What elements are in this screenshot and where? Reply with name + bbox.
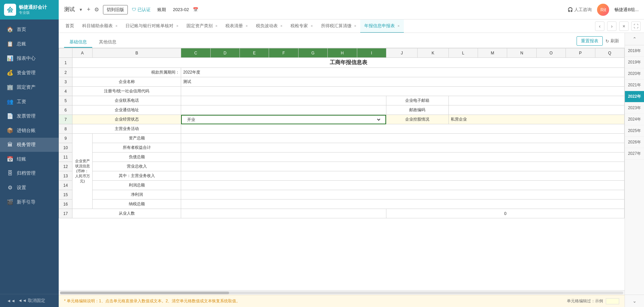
year-2022[interactable]: 2022年 [625, 91, 644, 102]
tab-close-all-button[interactable]: × [619, 21, 629, 31]
tab-prev-button[interactable]: ‹ [595, 21, 604, 31]
hscroll-track[interactable] [60, 292, 623, 294]
col-a: A [72, 48, 93, 58]
sidebar-item-close[interactable]: 📅 结账 [0, 152, 59, 166]
tab-tax-expert-close[interactable]: × [311, 24, 313, 28]
sidebar-item-sales[interactable]: 📦 进销台账 [0, 123, 59, 138]
spreadsheet-wrapper[interactable]: A B C D E F G H I J K L M [59, 48, 625, 290]
year-nav-up-button[interactable]: ⌃ [625, 34, 644, 44]
sidebar-item-label: 发票管理 [17, 113, 36, 119]
home-icon: 🏠 [7, 26, 13, 33]
sidebar-item-tax[interactable]: 🏛 税务管理 [0, 138, 59, 152]
col-o: O [536, 48, 566, 58]
sidebar-item-home[interactable]: 🏠 首页 [0, 22, 59, 37]
cell-7-l[interactable]: 私营企业 [448, 115, 624, 124]
tab-bar: 首页 科目辅助余额表 × 日记账与银行对账单核对 × 固定资产类别 × 税表清册… [59, 19, 644, 33]
cell-2-c[interactable]: 2022年度 [181, 68, 625, 77]
row-num-2: 2 [59, 68, 72, 77]
sidebar-item-guide[interactable]: 🎬 新手引导 [0, 195, 59, 209]
invoice-icon: 📄 [7, 113, 13, 119]
cell-5-l[interactable] [448, 96, 624, 105]
switch-version-button[interactable]: 切到旧版 [103, 5, 128, 14]
cell-17-j[interactable]: 0 [386, 209, 624, 218]
workspace-dropdown-icon[interactable]: ▼ [79, 7, 83, 12]
sidebar-item-label: 设置 [17, 185, 26, 191]
year-2019[interactable]: 2019年 [625, 57, 644, 68]
sidebar-unpin-button[interactable]: ◄◄ ◄◄ 取消固定 [0, 294, 59, 307]
cell-16-c[interactable] [181, 200, 625, 209]
settings-icon: ⚙ [7, 184, 13, 191]
tab-annual-report[interactable]: 年报信息申报表 × [360, 19, 404, 33]
tab-tax-form[interactable]: 税表清册 × [221, 19, 252, 33]
cell-14-c[interactable] [181, 181, 625, 190]
cell-8-c[interactable] [181, 124, 625, 134]
tab-aux-close[interactable]: × [115, 24, 117, 28]
cell-10-c[interactable] [181, 143, 625, 152]
tab-aux[interactable]: 科目辅助余额表 × [78, 19, 121, 33]
year-2018[interactable]: 2018年 [625, 45, 644, 57]
tab-bank[interactable]: 日记账与银行对账单核对 × [121, 19, 182, 33]
sidebar-item-reports[interactable]: 📊 报表中心 [0, 51, 59, 65]
user-avatar[interactable]: Rit [597, 4, 609, 16]
cell-6-c[interactable] [181, 105, 386, 115]
cell-13-c[interactable] [181, 171, 625, 181]
year-nav-down-button[interactable]: ⌄ [625, 296, 644, 306]
cell-17-ab: 从业人数 [72, 209, 181, 218]
year-2020[interactable]: 2020年 [625, 68, 644, 80]
sidebar-item-label: 总账 [17, 41, 26, 47]
year-2027[interactable]: 2027年 [625, 148, 644, 160]
settings-button[interactable]: ⚙ [94, 6, 99, 13]
year-2025[interactable]: 2025年 [625, 125, 644, 137]
cell-9-c[interactable] [181, 134, 625, 143]
col-c: C [181, 48, 210, 58]
tab-income-tax[interactable]: 所得税汇算清缴 × [317, 19, 360, 33]
subtab-other[interactable]: 其他信息 [94, 37, 122, 48]
business-status-select[interactable]: 开业 注销 吊销 迁出 [186, 117, 381, 122]
calendar-icon[interactable]: 📅 [193, 7, 198, 12]
cell-5-c[interactable] [181, 96, 386, 105]
cell-11-c[interactable] [181, 152, 625, 162]
sidebar-item-settings[interactable]: ⚙ 设置 [0, 180, 59, 195]
cell-12-c[interactable] [181, 162, 625, 171]
year-panel: ⌃ 2018年 2019年 2020年 2021年 2022年 2023年 20… [625, 33, 644, 307]
tab-fixed-cat-close[interactable]: × [215, 24, 217, 28]
sidebar-item-ledger[interactable]: 📋 总账 [0, 37, 59, 51]
tab-tax-expert[interactable]: 税检专家 × [286, 19, 317, 33]
sheet-title-cell[interactable]: 工商年报信息表 [72, 58, 625, 68]
year-2023[interactable]: 2023年 [625, 102, 644, 114]
tab-home[interactable]: 首页 [61, 19, 78, 33]
tab-bank-label: 日记账与银行对账单核对 [125, 23, 173, 29]
subtab-basic[interactable]: 基础信息 [64, 37, 92, 48]
year-2026[interactable]: 2026年 [625, 137, 644, 148]
add-workspace-button[interactable]: + [87, 6, 91, 13]
tab-income-tax-close[interactable]: × [354, 24, 356, 28]
cell-6-l[interactable] [448, 105, 624, 115]
tab-tax-wave-close[interactable]: × [280, 24, 282, 28]
hscroll-thumb[interactable] [60, 292, 229, 294]
cell-5-ab: 企业联系电话 [72, 96, 181, 105]
tab-expand-button[interactable]: ⛶ [631, 21, 641, 31]
guide-icon: 🎬 [7, 199, 13, 205]
cell-4-c[interactable] [181, 87, 625, 96]
sidebar-item-invoice[interactable]: 📄 发票管理 [0, 109, 59, 123]
service-button[interactable]: 🎧 人工咨询 [568, 7, 592, 13]
cell-15-c[interactable] [181, 190, 625, 200]
year-2021[interactable]: 2021年 [625, 80, 644, 91]
sidebar-item-payroll[interactable]: 👥 工资 [0, 94, 59, 109]
reset-report-button[interactable]: 重置报表 [577, 36, 603, 46]
tab-tax-form-close[interactable]: × [246, 24, 248, 28]
tab-annual-report-close[interactable]: × [397, 24, 399, 28]
sidebar-item-assets[interactable]: 🏢 固定资产 [0, 80, 59, 94]
sidebar-item-cash[interactable]: 💰 资金管理 [0, 65, 59, 80]
tab-fixed-cat[interactable]: 固定资产类别 × [182, 19, 221, 33]
tab-bank-close[interactable]: × [176, 24, 178, 28]
year-2024[interactable]: 2024年 [625, 114, 644, 125]
cell-7-c[interactable]: 开业 注销 吊销 迁出 [181, 115, 386, 124]
refresh-button[interactable]: ↻ 刷新 [605, 38, 619, 44]
sidebar-item-archive[interactable]: 🗄 归档管理 [0, 166, 59, 180]
cell-3-c[interactable]: 测试 [181, 77, 625, 87]
horizontal-scrollbar[interactable] [59, 290, 625, 295]
cell-17-c[interactable] [181, 209, 386, 218]
tab-next-button[interactable]: › [607, 21, 616, 31]
tab-tax-wave[interactable]: 税负波动表 × [252, 19, 286, 33]
